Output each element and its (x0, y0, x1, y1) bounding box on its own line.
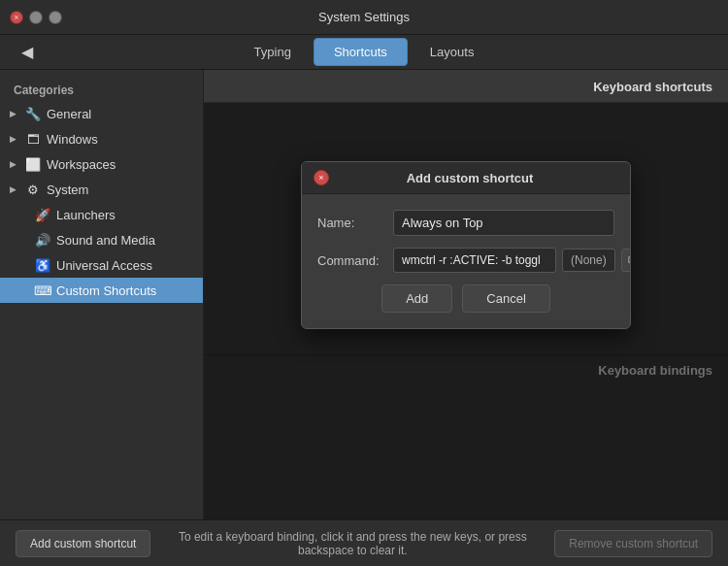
shortcut-badge: (None) (562, 249, 615, 272)
sidebar-label-general: General (47, 107, 91, 121)
main-layout: Categories ▶ 🔧 General ▶ 🗔 Windows ▶ ⬜ W… (0, 70, 728, 519)
sidebar-item-custom-shortcuts[interactable]: ▶ ⌨ Custom Shortcuts (0, 278, 203, 303)
name-label: Name: (317, 216, 385, 230)
minimize-button[interactable] (29, 11, 43, 24)
sidebar-header: Categories (0, 78, 203, 101)
sidebar-label-windows: Windows (47, 132, 98, 147)
dialog-actions: Add Cancel (317, 284, 614, 313)
sidebar-label-workspaces: Workspaces (47, 157, 116, 172)
command-row: Command: (None) ⧉ (317, 248, 614, 273)
sidebar-label-system: System (47, 183, 88, 197)
arrow-icon: ▶ (10, 109, 19, 118)
titlebar: × System Settings (0, 0, 728, 35)
sidebar-label-sound: Sound and Media (56, 233, 155, 248)
sidebar-label-custom: Custom Shortcuts (56, 283, 156, 298)
sidebar-item-windows[interactable]: ▶ 🗔 Windows (0, 126, 203, 151)
tab-layouts[interactable]: Layouts (410, 38, 495, 66)
content-area: Keyboard shortcuts × Add custom shortcut… (204, 70, 728, 519)
dialog-header: × Add custom shortcut (302, 162, 630, 194)
tab-typing[interactable]: Typing (234, 38, 312, 66)
arrow-icon: ▶ (10, 134, 19, 144)
back-button[interactable]: ◀ (16, 41, 39, 63)
sidebar-item-universal-access[interactable]: ▶ ♿ Universal Access (0, 252, 203, 278)
sidebar-item-workspaces[interactable]: ▶ ⬜ Workspaces (0, 151, 203, 177)
bottom-bar: Add custom shortcut To edit a keyboard b… (0, 519, 728, 566)
sidebar-item-system[interactable]: ▶ ⚙ System (0, 177, 203, 202)
workspaces-icon: ⬜ (25, 156, 41, 172)
command-inputs: (None) ⧉ (393, 248, 631, 273)
content-body: × Add custom shortcut Name: Command: (204, 103, 728, 519)
sidebar-label-launchers: Launchers (56, 208, 116, 222)
name-row: Name: (317, 210, 614, 236)
command-input[interactable] (393, 248, 556, 273)
remove-custom-shortcut-button[interactable]: Remove custom shortcut (554, 530, 712, 557)
general-icon: 🔧 (25, 106, 41, 121)
maximize-button[interactable] (49, 11, 62, 24)
launchers-icon: 🚀 (35, 207, 50, 222)
arrow-icon: ▶ (10, 159, 19, 169)
dialog-title: Add custom shortcut (337, 171, 618, 185)
cancel-button[interactable]: Cancel (462, 284, 549, 313)
dialog-close-button[interactable]: × (314, 170, 329, 185)
sound-icon: 🔊 (35, 232, 50, 248)
window-controls: × (10, 11, 62, 24)
arrow-icon: ▶ (10, 184, 19, 194)
sidebar-item-general[interactable]: ▶ 🔧 General (0, 101, 203, 126)
add-button[interactable]: Add (381, 284, 452, 313)
shortcuts-icon: ⌨ (35, 283, 50, 298)
sidebar-item-sound-media[interactable]: ▶ 🔊 Sound and Media (0, 227, 203, 252)
command-label: Command: (317, 253, 385, 268)
sidebar-label-access: Universal Access (56, 258, 152, 273)
system-icon: ⚙ (25, 182, 41, 197)
content-header: Keyboard shortcuts (204, 70, 728, 103)
access-icon: ♿ (35, 257, 50, 273)
modal-backdrop: × Add custom shortcut Name: Command: (204, 103, 728, 519)
dialog-body: Name: Command: (None) ⧉ Ad (302, 194, 630, 328)
tab-shortcuts[interactable]: Shortcuts (314, 38, 408, 66)
copy-button[interactable]: ⧉ (621, 249, 631, 272)
windows-icon: 🗔 (25, 131, 41, 147)
add-shortcut-dialog: × Add custom shortcut Name: Command: (301, 161, 631, 329)
name-input[interactable] (393, 210, 614, 236)
sidebar: Categories ▶ 🔧 General ▶ 🗔 Windows ▶ ⬜ W… (0, 70, 204, 519)
add-custom-shortcut-button[interactable]: Add custom shortcut (16, 530, 150, 557)
tab-bar: ◀ Typing Shortcuts Layouts (0, 35, 728, 70)
bottom-info-text: To edit a keyboard binding, click it and… (160, 530, 545, 557)
sidebar-item-launchers[interactable]: ▶ 🚀 Launchers (0, 202, 203, 227)
window-title: System Settings (318, 10, 410, 24)
close-button[interactable]: × (10, 11, 23, 24)
